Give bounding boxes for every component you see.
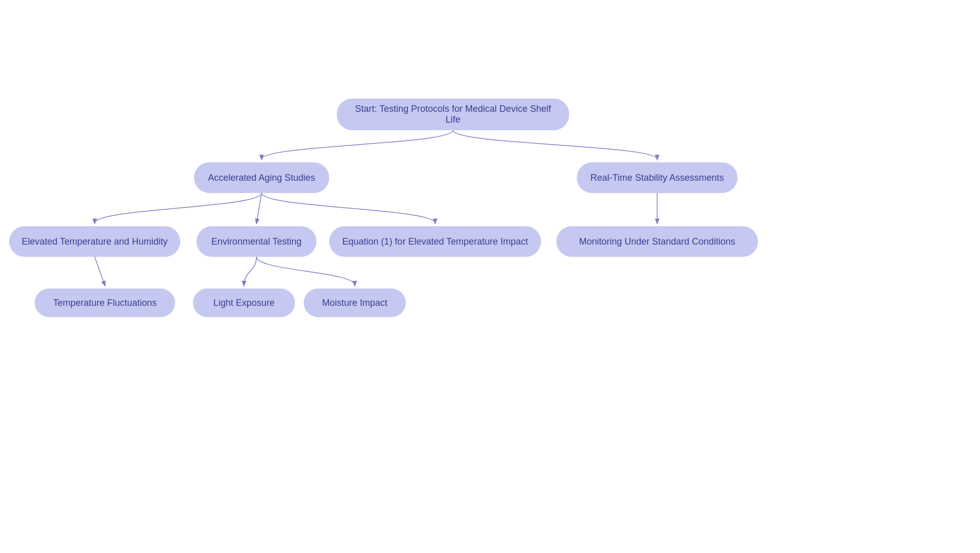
svg-line-2 <box>95 257 105 285</box>
node-monitoring: Monitoring Under Standard Conditions <box>556 226 758 257</box>
node-lightexp: Light Exposure <box>193 288 295 317</box>
node-tempfluc: Temperature Fluctuations <box>35 288 175 317</box>
node-environmental: Environmental Testing <box>197 226 316 257</box>
svg-line-0 <box>257 193 262 223</box>
node-realtime: Real-Time Stability Assessments <box>577 162 738 193</box>
connector-layer <box>0 0 980 553</box>
node-start: Start: Testing Protocols for Medical Dev… <box>337 99 569 130</box>
node-equation: Equation (1) for Elevated Temperature Im… <box>329 226 541 257</box>
node-elevated: Elevated Temperature and Humidity <box>9 226 180 257</box>
node-accelerated: Accelerated Aging Studies <box>194 162 329 193</box>
diagram-container: Start: Testing Protocols for Medical Dev… <box>0 0 980 553</box>
node-moisture: Moisture Impact <box>304 288 406 317</box>
